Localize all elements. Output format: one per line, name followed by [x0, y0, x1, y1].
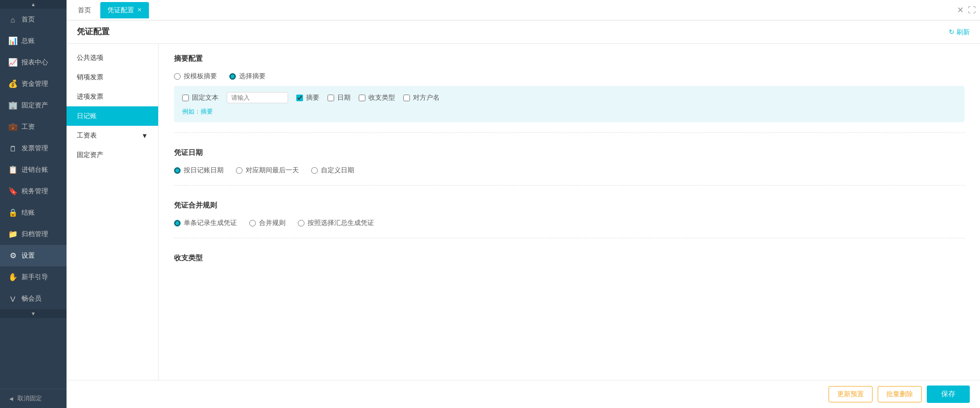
single-record-radio[interactable]: 单条记录生成凭证 — [174, 218, 237, 228]
payroll-arrow-icon: ▼ — [141, 132, 148, 140]
journal-date-radio[interactable]: 按日记账日期 — [174, 166, 224, 175]
summary-template-radio[interactable]: 按模板摘要 — [174, 72, 217, 81]
counterparty-checkbox-input[interactable] — [403, 95, 410, 101]
update-preview-button[interactable]: 更新预置 — [829, 386, 873, 402]
merge-section: 凭证合并规则 单条记录生成凭证 合并规则 按照选择汇总生成凭证 — [174, 201, 965, 238]
income-type-section: 收支类型 — [174, 254, 965, 281]
fixed-text-checkbox[interactable]: 固定文本 — [182, 93, 219, 102]
tab-voucher-config-label: 凭证配置 — [107, 6, 134, 15]
sidebar-scroll-down[interactable]: ▼ — [0, 309, 67, 318]
select-merge-radio-input[interactable] — [298, 220, 304, 226]
content-layout: 公共选项 销项发票 进项发票 日记账 工资表 ▼ 固定资产 摘要配置 — [67, 44, 980, 380]
left-nav-journal[interactable]: 日记账 — [67, 106, 158, 126]
guide-icon: ✋ — [8, 273, 17, 282]
sidebar-item-home[interactable]: ⌂ 首页 — [0, 9, 67, 30]
last-day-radio[interactable]: 对应期间最后一天 — [236, 166, 299, 175]
salary-icon: 💼 — [8, 122, 17, 131]
sidebar-item-settings[interactable]: ⚙ 设置 — [0, 245, 67, 266]
sidebar-item-ledger[interactable]: 📊 总账 — [0, 30, 67, 52]
merge-rule-radio[interactable]: 合并规则 — [249, 218, 286, 228]
sidebar-item-invoice[interactable]: 🗒 发票管理 — [0, 138, 67, 159]
left-nav-public[interactable]: 公共选项 — [67, 48, 158, 67]
income-type-checkbox-input[interactable] — [359, 95, 365, 101]
settings-icon: ⚙ — [8, 251, 17, 260]
summary-select-radio-input[interactable] — [229, 73, 236, 80]
report-icon: 📈 — [8, 58, 17, 67]
date-checkbox[interactable]: 日期 — [328, 93, 351, 102]
archive-icon: 📁 — [8, 230, 17, 239]
date-section: 凭证日期 按日记账日期 对应期间最后一天 自定义日期 — [174, 148, 965, 186]
sidebar-item-home-label: 首页 — [21, 15, 35, 24]
select-merge-radio[interactable]: 按照选择汇总生成凭证 — [298, 218, 374, 228]
tax-icon: 🔖 — [8, 187, 17, 196]
sidebar-item-tax[interactable]: 🔖 税务管理 — [0, 180, 67, 202]
income-type-section-title: 收支类型 — [174, 254, 965, 263]
close-account-icon: 🔒 — [8, 208, 17, 217]
fixed-text-checkbox-input[interactable] — [182, 95, 189, 101]
sidebar: ▲ ⌂ 首页 📊 总账 📈 报表中心 💰 资金管理 🏢 固定资产 💼 工资 🗒 … — [0, 0, 67, 408]
sidebar-item-sales-label: 进销台账 — [21, 165, 48, 174]
sidebar-item-sales[interactable]: 📋 进销台账 — [0, 159, 67, 180]
sidebar-item-funds-label: 资金管理 — [21, 79, 48, 88]
sidebar-item-report-label: 报表中心 — [21, 58, 48, 67]
window-close-icon[interactable]: ✕ — [957, 5, 964, 15]
sidebar-item-close[interactable]: 🔒 结账 — [0, 202, 67, 223]
single-record-radio-input[interactable] — [174, 220, 181, 226]
sidebar-item-salary-label: 工资 — [21, 122, 35, 131]
window-maximize-icon[interactable]: ⛶ — [968, 6, 976, 15]
tab-bar-controls: ✕ ⛶ — [957, 5, 976, 15]
sidebar-item-vip-label: 畅会员 — [21, 294, 41, 303]
summary-select-radio[interactable]: 选择摘要 — [229, 72, 266, 81]
fixed-text-input[interactable] — [227, 92, 288, 103]
custom-date-radio[interactable]: 自定义日期 — [311, 166, 354, 175]
custom-date-radio-input[interactable] — [311, 167, 318, 174]
merge-rule-radio-input[interactable] — [249, 220, 256, 226]
income-type-checkbox[interactable]: 收支类型 — [359, 93, 395, 102]
refresh-button[interactable]: ↻ 刷新 — [949, 28, 970, 37]
sidebar-item-salary[interactable]: 💼 工资 — [0, 116, 67, 138]
sidebar-item-assets[interactable]: 🏢 固定资产 — [0, 95, 67, 116]
sidebar-item-guide-label: 新手引导 — [21, 273, 48, 282]
sidebar-item-settings-label: 设置 — [21, 251, 35, 260]
tab-home[interactable]: 首页 — [71, 2, 98, 18]
counterparty-checkbox[interactable]: 对方户名 — [403, 93, 440, 102]
summary-section-title: 摘要配置 — [174, 54, 965, 63]
left-nav-payroll[interactable]: 工资表 ▼ — [67, 126, 158, 145]
date-checkbox-input[interactable] — [328, 95, 334, 101]
main-area: 首页 凭证配置 ✕ ✕ ⛶ 凭证配置 ↻ 刷新 公共选项 销项发票 进项 — [67, 0, 980, 408]
summary-checkbox-input[interactable] — [296, 95, 303, 101]
tab-bar: 首页 凭证配置 ✕ ✕ ⛶ — [67, 0, 980, 20]
summary-template-radio-input[interactable] — [174, 73, 181, 80]
last-day-radio-input[interactable] — [236, 167, 243, 174]
ledger-icon: 📊 — [8, 36, 17, 46]
left-nav-purchase-invoice[interactable]: 进项发票 — [67, 87, 158, 106]
batch-delete-button[interactable]: 批量删除 — [878, 386, 922, 402]
sidebar-item-tax-label: 税务管理 — [21, 187, 48, 196]
left-nav-fixed-assets[interactable]: 固定资产 — [67, 145, 158, 165]
sidebar-item-guide[interactable]: ✋ 新手引导 — [0, 266, 67, 288]
sidebar-item-close-label: 结账 — [21, 208, 35, 217]
sidebar-item-report[interactable]: 📈 报表中心 — [0, 52, 67, 73]
page-title: 凭证配置 — [77, 27, 110, 37]
sales-icon: 📋 — [8, 165, 17, 174]
sidebar-item-ledger-label: 总账 — [21, 36, 35, 46]
summary-checkbox[interactable]: 摘要 — [296, 93, 319, 102]
sidebar-item-invoice-label: 发票管理 — [21, 144, 48, 153]
journal-date-radio-input[interactable] — [174, 167, 181, 174]
save-button[interactable]: 保存 — [927, 386, 970, 403]
pin-icon: ◄ — [8, 395, 14, 402]
page-header: 凭证配置 ↻ 刷新 — [67, 20, 980, 44]
merge-section-title: 凭证合并规则 — [174, 201, 965, 210]
summary-checkbox-group: 固定文本 摘要 日期 收支类型 — [182, 92, 956, 103]
left-nav-sales-invoice[interactable]: 销项发票 — [67, 67, 158, 87]
refresh-icon: ↻ — [949, 28, 954, 36]
sidebar-scroll-up[interactable]: ▲ — [0, 0, 67, 9]
sidebar-item-archive[interactable]: 📁 归档管理 — [0, 223, 67, 245]
tab-voucher-config[interactable]: 凭证配置 ✕ — [100, 2, 149, 18]
sidebar-item-vip[interactable]: V 畅会员 — [0, 288, 67, 309]
assets-icon: 🏢 — [8, 101, 17, 110]
merge-radio-group: 单条记录生成凭证 合并规则 按照选择汇总生成凭证 — [174, 218, 965, 228]
sidebar-item-funds[interactable]: 💰 资金管理 — [0, 73, 67, 95]
sidebar-cancel-fixed[interactable]: ◄ 取消固定 — [0, 389, 67, 408]
tab-close-icon[interactable]: ✕ — [137, 7, 142, 13]
